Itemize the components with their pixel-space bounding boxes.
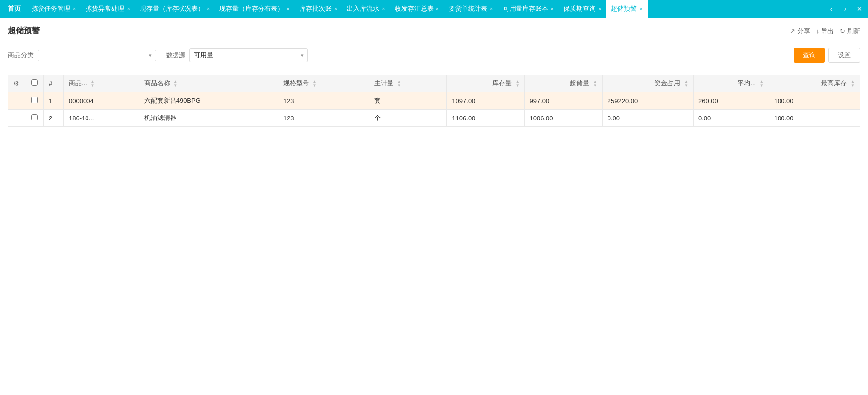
refresh-icon: ↻ xyxy=(840,27,845,35)
th-settings[interactable]: ⚙ xyxy=(8,75,26,92)
nav-tab-4[interactable]: 库存批次账× xyxy=(295,0,342,18)
row-max-stock-1: 100.00 xyxy=(769,110,860,127)
row-product-name-1: 机油滤清器 xyxy=(139,110,278,127)
sort-icon-stock: ▲▼ xyxy=(516,80,520,88)
nav-next-arrow[interactable]: › xyxy=(838,0,852,18)
row-overstock-0: 997.00 xyxy=(524,92,602,110)
sort-icon-product-name: ▲▼ xyxy=(174,80,177,88)
row-checkbox-input-0[interactable] xyxy=(31,97,38,103)
page-content: 超储预警 ↗ 分享 ↓ 导出 ↻ 刷新 商品分类 ▾ 数据源 xyxy=(0,18,868,395)
nav-tab-close-7[interactable]: × xyxy=(490,6,493,12)
th-num: # xyxy=(44,75,64,92)
row-settings-1 xyxy=(8,110,26,127)
row-num-0: 1 xyxy=(44,92,64,110)
row-checkbox-0[interactable] xyxy=(26,92,44,110)
datasource-value: 可用量 xyxy=(194,51,213,60)
share-icon: ↗ xyxy=(790,27,795,35)
row-checkbox-input-1[interactable] xyxy=(31,114,38,120)
nav-tab-close-8[interactable]: × xyxy=(551,6,554,12)
category-label: 商品分类 xyxy=(8,51,34,60)
header-actions: ↗ 分享 ↓ 导出 ↻ 刷新 xyxy=(790,27,861,36)
row-overstock-1: 1006.00 xyxy=(524,110,602,127)
nav-tab-2[interactable]: 现存量（库存状况表）× xyxy=(135,0,215,18)
sort-icon-max-stock: ▲▼ xyxy=(851,80,855,88)
nav-tab-6[interactable]: 收发存汇总表× xyxy=(390,0,444,18)
th-product-name[interactable]: 商品名称 ▲▼ xyxy=(139,75,278,92)
row-stock-1: 1106.00 xyxy=(447,110,524,127)
settings-button[interactable]: 设置 xyxy=(828,48,860,63)
row-stock-0: 1097.00 xyxy=(447,92,524,110)
nav-tab-9[interactable]: 保质期查询× xyxy=(559,0,606,18)
row-max-stock-0: 100.00 xyxy=(769,92,860,110)
sort-icon-overstock: ▲▼ xyxy=(593,80,597,88)
row-settings-0 xyxy=(8,92,26,110)
category-select[interactable]: ▾ xyxy=(38,50,156,61)
category-filter: 商品分类 ▾ xyxy=(8,50,156,61)
table-row: 1 0000004 六配套新昌490BPG 123 套 1097.00 997.… xyxy=(8,92,860,110)
nav-tab-0[interactable]: 拣货任务管理× xyxy=(27,0,81,18)
settings-icon: ⚙ xyxy=(13,80,19,87)
nav-tab-close-10[interactable]: × xyxy=(639,6,642,12)
th-spec[interactable]: 规格型号 ▲▼ xyxy=(278,75,369,92)
row-unit-1: 个 xyxy=(369,110,447,127)
row-avg-1: 0.00 xyxy=(694,110,769,127)
row-num-1: 2 xyxy=(44,110,64,127)
th-product-code[interactable]: 商品... ▲▼ xyxy=(64,75,139,92)
th-max-stock[interactable]: 最高库存 ▲▼ xyxy=(769,75,860,92)
row-unit-0: 套 xyxy=(369,92,447,110)
table-header-row: ⚙ # 商品... ▲▼ 商品名称 ▲▼ xyxy=(8,75,860,92)
nav-tab-7[interactable]: 要货单统计表× xyxy=(444,0,498,18)
export-button[interactable]: ↓ 导出 xyxy=(816,27,834,36)
row-checkbox-1[interactable] xyxy=(26,110,44,127)
nav-tab-10[interactable]: 超储预警× xyxy=(606,0,647,18)
row-spec-0: 123 xyxy=(278,92,369,110)
page-title: 超储预警 xyxy=(8,26,40,36)
top-nav: 首页 拣货任务管理×拣货异常处理×现存量（库存状况表）×现存量（库存分布表）×库… xyxy=(0,0,868,18)
nav-tab-close-9[interactable]: × xyxy=(598,6,601,12)
select-all-checkbox[interactable] xyxy=(31,79,38,86)
nav-tab-close-1[interactable]: × xyxy=(127,6,130,12)
data-table: ⚙ # 商品... ▲▼ 商品名称 ▲▼ xyxy=(8,75,860,127)
nav-tab-close-2[interactable]: × xyxy=(207,6,210,12)
nav-prev-arrow[interactable]: ‹ xyxy=(825,0,838,18)
nav-home[interactable]: 首页 xyxy=(2,0,27,18)
row-spec-1: 123 xyxy=(278,110,369,127)
th-unit[interactable]: 主计量 ▲▼ xyxy=(369,75,447,92)
row-product-code-1: 186-10... xyxy=(64,110,139,127)
th-checkbox[interactable] xyxy=(26,75,44,92)
export-icon: ↓ xyxy=(816,27,820,35)
th-avg[interactable]: 平均... ▲▼ xyxy=(694,75,769,92)
row-capital-0: 259220.00 xyxy=(602,92,693,110)
nav-tab-5[interactable]: 出入库流水× xyxy=(342,0,390,18)
sort-icon-unit: ▲▼ xyxy=(397,80,401,88)
th-overstock[interactable]: 超储量 ▲▼ xyxy=(524,75,602,92)
table-row: 2 186-10... 机油滤清器 123 个 1106.00 1006.00 … xyxy=(8,110,860,127)
page-header: 超储预警 ↗ 分享 ↓ 导出 ↻ 刷新 xyxy=(8,26,860,36)
row-product-name-0: 六配套新昌490BPG xyxy=(139,92,278,110)
sort-icon-avg: ▲▼ xyxy=(760,80,764,88)
nav-tab-close-0[interactable]: × xyxy=(73,6,76,12)
th-capital[interactable]: 资金占用 ▲▼ xyxy=(602,75,693,92)
row-product-code-0: 0000004 xyxy=(64,92,139,110)
datasource-chevron-icon: ▾ xyxy=(301,52,304,59)
datasource-label: 数据源 xyxy=(166,51,185,60)
nav-tab-3[interactable]: 现存量（库存分布表）× xyxy=(215,0,294,18)
sort-icon-product-code: ▲▼ xyxy=(90,80,94,88)
nav-close-arrow[interactable]: ✕ xyxy=(852,0,866,18)
th-stock[interactable]: 库存量 ▲▼ xyxy=(447,75,524,92)
sort-icon-capital: ▲▼ xyxy=(684,80,688,88)
share-button[interactable]: ↗ 分享 xyxy=(790,27,810,36)
nav-arrows: ‹ › ✕ xyxy=(825,0,866,18)
filter-bar: 商品分类 ▾ 数据源 可用量 ▾ 查询 设置 xyxy=(8,44,860,67)
filter-actions: 查询 设置 xyxy=(794,48,860,63)
nav-tab-close-6[interactable]: × xyxy=(436,6,439,12)
nav-tab-8[interactable]: 可用量库存账本× xyxy=(498,0,559,18)
nav-tab-close-4[interactable]: × xyxy=(334,6,337,12)
query-button[interactable]: 查询 xyxy=(794,48,825,63)
nav-tab-1[interactable]: 拣货异常处理× xyxy=(81,0,134,18)
datasource-filter: 数据源 可用量 ▾ xyxy=(166,48,308,62)
nav-tab-close-5[interactable]: × xyxy=(382,6,385,12)
nav-tab-close-3[interactable]: × xyxy=(286,6,289,12)
refresh-button[interactable]: ↻ 刷新 xyxy=(840,27,860,36)
datasource-select[interactable]: 可用量 ▾ xyxy=(189,48,308,62)
